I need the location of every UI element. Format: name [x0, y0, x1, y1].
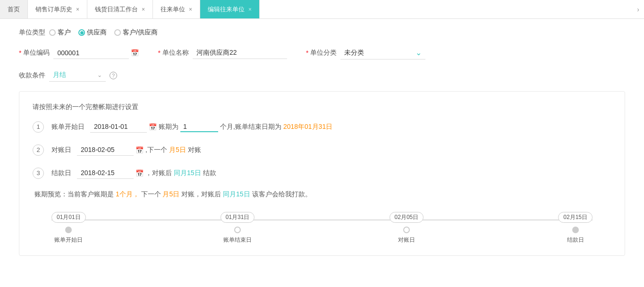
timeline-dot-1 [234, 227, 241, 233]
step-2-num: 2 [33, 144, 44, 156]
unit-code-input[interactable] [53, 47, 129, 59]
radio-both[interactable]: 客户/供应商 [114, 28, 158, 37]
timeline-badge-2: 02月05日 [390, 212, 424, 223]
payment-terms-row: 收款条件 月结 ⌄ ? [19, 69, 625, 82]
unit-info-row: * 单位编码 📅 * 单位名称 * 单位分类 未分类 ⌄ [19, 46, 625, 59]
step-2-calendar-icon[interactable]: 📅 [136, 146, 144, 154]
unit-code-label: 单位编码 [23, 49, 50, 57]
preview-reconcile-pre: 下一个 [141, 190, 161, 198]
timeline: 01月01日 账单开始日 01月31日 账单结束日 02月05日 对账日 02月… [33, 212, 611, 244]
step-3-before-text: ，对账后 [145, 169, 172, 177]
step-1-calendar-icon[interactable]: 📅 [149, 123, 157, 131]
step-3-label: 结款日 [51, 169, 71, 177]
timeline-point-3: 02月15日 结款日 [558, 212, 593, 244]
tab-home[interactable]: 首页 [0, 0, 28, 18]
step-1-period-input[interactable] [180, 122, 218, 132]
unit-classify-dropdown[interactable]: 未分类 ⌄ [340, 46, 425, 59]
timeline-point-0: 01月01日 账单开始日 [51, 212, 86, 244]
unit-classify-value: 未分类 [344, 49, 415, 57]
timeline-dot-0 [65, 227, 72, 233]
help-icon[interactable]: ? [110, 72, 117, 79]
unit-code-icon[interactable]: 📅 [131, 49, 139, 57]
tab-bar: 首页 销售订单历史 × 钱货日清工作台 × 往来单位 × 编辑往来单位 × › [0, 0, 644, 19]
radio-label-supplier: 供应商 [87, 28, 107, 37]
timeline-label-3: 结款日 [567, 236, 584, 244]
timeline-label-1: 账单结束日 [223, 236, 252, 244]
timeline-label-0: 账单开始日 [54, 236, 83, 244]
step-2-date-input[interactable] [77, 144, 134, 156]
radio-customer[interactable]: 客户 [49, 28, 71, 37]
radio-circle-both [114, 29, 121, 36]
step-1-num: 1 [33, 121, 44, 133]
timeline-badge-1: 01月31日 [220, 212, 255, 223]
step-1-mid-text: 账期为 [159, 123, 178, 131]
step-3-row: 3 结款日 📅 ，对账后 同月15日 结款 [33, 167, 611, 179]
settings-panel: 请按照未来的一个完整帐期进行设置 1 账单开始日 📅 账期为 个月,账单结束日期… [19, 91, 625, 256]
main-content: 单位类型 客户 供应商 客户/供应商 * 单位编码 📅 * 单位名称 [0, 19, 644, 287]
unit-name-group: * 单位名称 [158, 47, 287, 59]
preview-text: 账期预览：当前客户账期是 1个月， 下一个 月5日 对账，对账后 同月15日 该… [33, 190, 611, 199]
radio-circle-customer [49, 29, 56, 36]
unit-name-label: 单位名称 [162, 49, 189, 57]
payment-terms-select[interactable]: 月结 ⌄ [49, 69, 106, 82]
preview-reconcile-post: 对账，对账后 [181, 190, 221, 198]
step-3-after-text: 结款 [203, 169, 216, 177]
payment-terms-value: 月结 [53, 71, 93, 79]
step-1-suffix-text: 个月,账单结束日期为 [220, 123, 281, 131]
tab-sales-history[interactable]: 销售订单历史 × [28, 0, 87, 18]
radio-circle-supplier [78, 29, 85, 36]
preview-reconcile-date: 月5日 [162, 190, 179, 198]
classify-arrow-icon: ⌄ [415, 48, 422, 57]
step-3-highlight: 同月15日 [174, 169, 201, 177]
preview-suffix: 该客户会给我打款。 [252, 190, 312, 198]
step-3-calendar-icon[interactable]: 📅 [136, 169, 144, 177]
tab-close-partner-unit[interactable]: × [189, 6, 192, 13]
step-1-end-date: 2018年01月31日 [283, 123, 332, 131]
unit-type-label: 单位类型 [19, 28, 45, 37]
tab-close-cash-work[interactable]: × [142, 6, 145, 13]
timeline-point-2: 02月05日 对账日 [390, 212, 424, 244]
timeline-point-1: 01月31日 账单结束日 [220, 212, 255, 244]
tab-edit-partner[interactable]: 编辑往来单位 × [200, 0, 260, 18]
step-1-date-input[interactable] [90, 121, 147, 133]
preview-period: 1个月， [116, 190, 139, 198]
payment-terms-label: 收款条件 [19, 71, 45, 80]
panel-title: 请按照未来的一个完整帐期进行设置 [33, 103, 611, 111]
tab-expand-button[interactable]: › [632, 0, 644, 18]
step-1-row: 1 账单开始日 📅 账期为 个月,账单结束日期为 2018年01月31日 [33, 121, 611, 133]
timeline-badge-0: 01月01日 [51, 212, 86, 223]
step-2-before-text: ,下一个 [145, 146, 167, 154]
radio-supplier[interactable]: 供应商 [78, 28, 107, 37]
step-3-date-input[interactable] [77, 167, 134, 179]
tab-close-sales-history[interactable]: × [76, 6, 79, 13]
unit-code-group: * 单位编码 📅 [19, 47, 139, 59]
step-3-num: 3 [33, 168, 44, 179]
preview-payment: 同月15日 [223, 190, 250, 198]
unit-type-row: 单位类型 客户 供应商 客户/供应商 [19, 28, 625, 37]
unit-type-radio-group: 客户 供应商 客户/供应商 [49, 28, 158, 37]
step-2-highlight: 月5日 [169, 146, 186, 154]
timeline-dot-3 [572, 227, 579, 233]
timeline-points: 01月01日 账单开始日 01月31日 账单结束日 02月05日 对账日 02月… [51, 212, 593, 244]
step-2-label: 对账日 [51, 146, 71, 154]
radio-label-customer: 客户 [58, 28, 71, 37]
tab-cash-work[interactable]: 钱货日清工作台 × [87, 0, 153, 18]
unit-name-input[interactable] [193, 47, 287, 59]
timeline-label-2: 对账日 [398, 236, 415, 244]
tab-close-edit-partner[interactable]: × [248, 6, 252, 13]
radio-label-both: 客户/供应商 [123, 28, 158, 37]
step-2-row: 2 对账日 📅 ,下一个 月5日 对账 [33, 144, 611, 156]
unit-classify-label: 单位分类 [310, 49, 337, 57]
preview-label: 账期预览：当前客户账期是 [34, 190, 114, 198]
step-2-after-text: 对账 [188, 146, 201, 154]
timeline-dot-2 [403, 227, 410, 233]
select-arrow-icon: ⌄ [97, 72, 102, 78]
step-1-label: 账单开始日 [51, 123, 85, 131]
tab-partner-unit[interactable]: 往来单位 × [153, 0, 200, 18]
timeline-badge-3: 02月15日 [558, 212, 593, 223]
unit-classify-group: * 单位分类 未分类 ⌄ [306, 46, 425, 59]
